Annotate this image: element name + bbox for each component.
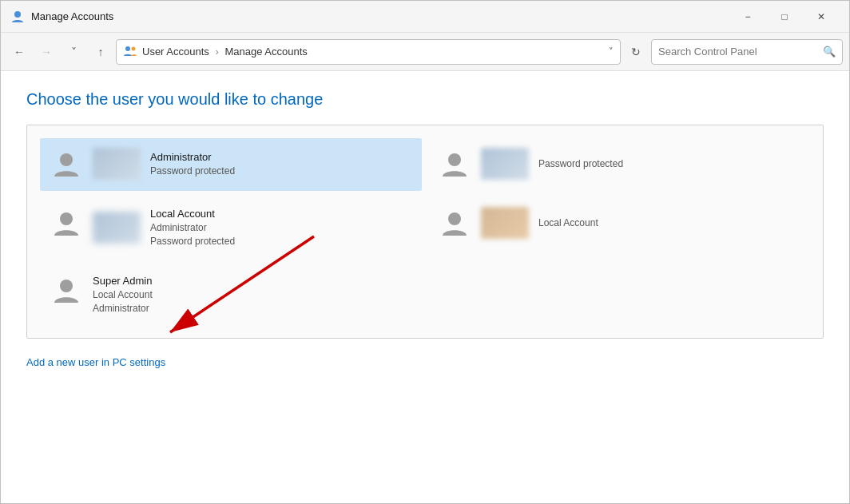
account-local1-desc: Password protected: [150, 235, 235, 248]
local1-profile-image: [93, 212, 141, 244]
account-admin-text: Administrator Password protected: [150, 150, 235, 178]
refresh-button[interactable]: ↻: [624, 40, 648, 64]
address-bar: ← → ˅ ↑ User Accounts › Manage Accounts …: [1, 33, 849, 71]
search-box[interactable]: 🔍: [651, 39, 843, 65]
account-user4-desc: Local Account: [538, 216, 598, 230]
account-item-superadmin[interactable]: Super Admin Local Account Administrator: [40, 264, 422, 325]
user4-profile-image: [481, 207, 529, 239]
address-box[interactable]: User Accounts › Manage Accounts ˅: [116, 39, 621, 65]
restore-button[interactable]: □: [766, 4, 803, 30]
accounts-panel: Administrator Password protected: [26, 125, 824, 339]
admin-profile-image: [93, 148, 141, 180]
breadcrumb: User Accounts › Manage Accounts: [142, 46, 604, 58]
svg-point-1: [125, 46, 130, 51]
account-user2-info: Password protected: [481, 148, 623, 180]
back-button[interactable]: ←: [7, 40, 31, 64]
address-chevron-icon: ˅: [609, 46, 614, 57]
svg-point-3: [60, 153, 73, 166]
avatar-user2: [438, 148, 471, 181]
main-content: Choose the user you would like to change: [1, 71, 849, 503]
window-title: Manage Accounts: [31, 10, 729, 22]
title-bar: Manage Accounts − □ ✕: [1, 1, 849, 33]
up-button[interactable]: ↑: [89, 40, 113, 64]
account-admin-info: Administrator Password protected: [93, 148, 235, 180]
account-superadmin-role: Administrator: [93, 302, 153, 315]
forward-button[interactable]: →: [34, 40, 58, 64]
account-item-local1[interactable]: Local Account Administrator Password pro…: [40, 197, 422, 258]
breadcrumb-part2: Manage Accounts: [224, 46, 307, 58]
add-user-link[interactable]: Add a new user in PC settings: [26, 356, 165, 368]
svg-point-5: [60, 212, 73, 225]
account-user2-text: Password protected: [538, 157, 623, 171]
account-superadmin-text: Super Admin Local Account Administrator: [93, 274, 153, 315]
svg-point-7: [60, 280, 73, 292]
avatar-admin: [50, 148, 83, 181]
account-user4-text: Local Account: [538, 216, 598, 230]
account-admin-desc: Password protected: [150, 165, 235, 178]
window-controls: − □ ✕: [729, 4, 840, 30]
user2-profile-image: [481, 148, 529, 180]
account-item-admin[interactable]: Administrator Password protected: [40, 138, 422, 191]
account-user2-desc: Password protected: [538, 157, 623, 171]
svg-point-4: [448, 153, 461, 166]
account-local1-name: Local Account: [150, 207, 235, 221]
breadcrumb-icon: [123, 45, 137, 59]
account-superadmin-type: Local Account: [93, 288, 153, 302]
account-superadmin-name: Super Admin: [93, 274, 153, 288]
account-local1-text: Local Account Administrator Password pro…: [150, 207, 235, 248]
account-user4-info: Local Account: [481, 207, 598, 239]
breadcrumb-sep: ›: [215, 46, 221, 58]
avatar-local1: [50, 207, 83, 240]
page-title: Choose the user you would like to change: [26, 90, 824, 109]
dropdown-button[interactable]: ˅: [62, 40, 85, 64]
svg-point-6: [448, 212, 461, 225]
search-icon[interactable]: 🔍: [823, 46, 836, 58]
avatar-user4: [438, 207, 471, 240]
account-item-user2[interactable]: Password protected: [428, 138, 810, 191]
window: Manage Accounts − □ ✕ ← → ˅ ↑ User Accou…: [0, 0, 850, 504]
account-local1-info: Local Account Administrator Password pro…: [93, 207, 235, 248]
close-button[interactable]: ✕: [803, 4, 840, 30]
breadcrumb-part1: User Accounts: [142, 46, 209, 58]
account-admin-name: Administrator: [150, 150, 235, 165]
accounts-container: Administrator Password protected: [26, 125, 824, 339]
window-icon: [10, 10, 25, 24]
search-input[interactable]: [658, 46, 818, 58]
svg-point-0: [14, 11, 21, 18]
minimize-button[interactable]: −: [729, 4, 766, 30]
account-local1-type: Administrator: [150, 221, 235, 235]
svg-point-2: [132, 46, 136, 50]
account-item-user4[interactable]: Local Account: [428, 197, 810, 258]
avatar-superadmin: [50, 274, 83, 308]
